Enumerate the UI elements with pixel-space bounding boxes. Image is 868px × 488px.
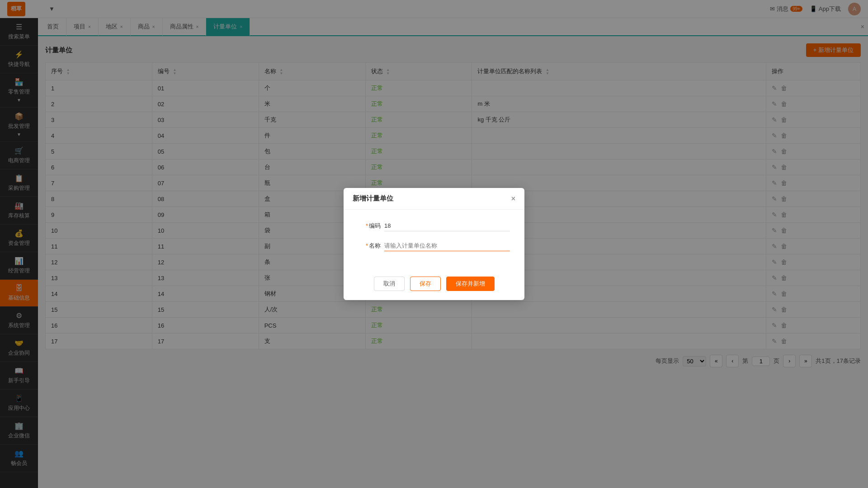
save-and-new-button[interactable]: 保存并新增 bbox=[446, 277, 495, 291]
name-input[interactable] bbox=[384, 240, 510, 251]
modal-body: *编码 *名称 bbox=[344, 210, 524, 271]
modal-title: 新增计量单位 bbox=[353, 194, 393, 203]
code-input[interactable] bbox=[384, 221, 510, 231]
code-label: *编码 bbox=[358, 222, 381, 230]
cancel-button[interactable]: 取消 bbox=[374, 277, 405, 291]
modal-header: 新增计量单位 × bbox=[344, 188, 524, 210]
modal-footer: 取消 保存 保存并新增 bbox=[344, 271, 524, 300]
modal-overlay[interactable]: 新增计量单位 × *编码 *名称 取消 保存 保存并新增 bbox=[0, 0, 868, 488]
save-button[interactable]: 保存 bbox=[410, 277, 441, 291]
form-row-code: *编码 bbox=[358, 221, 510, 231]
code-required-mark: * bbox=[366, 222, 368, 229]
modal-close-btn[interactable]: × bbox=[511, 195, 515, 203]
name-label: *名称 bbox=[358, 242, 381, 250]
form-row-name: *名称 bbox=[358, 240, 510, 251]
name-required-mark: * bbox=[366, 242, 368, 249]
modal-add-unit: 新增计量单位 × *编码 *名称 取消 保存 保存并新增 bbox=[344, 188, 524, 300]
